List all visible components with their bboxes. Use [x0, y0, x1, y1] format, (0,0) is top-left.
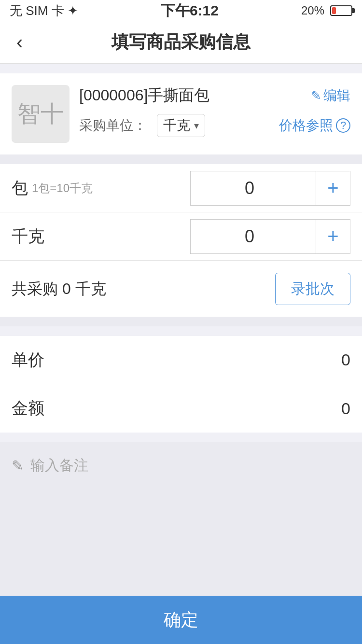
confirm-button[interactable]: 确定 — [0, 596, 362, 644]
product-logo: 智十 — [17, 98, 64, 129]
quantity-label-bag: 包 — [12, 177, 28, 199]
quantity-row-kg: 千克 + — [0, 212, 362, 261]
plus-button-bag[interactable]: + — [316, 171, 350, 206]
quantity-label-kg: 千克 — [12, 225, 44, 248]
nav-bar: ‹ 填写商品采购信息 — [0, 21, 362, 64]
plus-button-kg[interactable]: + — [316, 219, 350, 254]
summary-row: 共采购 0 千克 录批次 — [0, 261, 362, 317]
battery-icon — [330, 5, 352, 16]
page-title: 填写商品采购信息 — [111, 30, 251, 54]
unit-select-wrap: 采购单位： 千克 ▾ — [79, 114, 205, 137]
unit-price-value: 0 — [341, 350, 350, 369]
product-name-row: [0000006]手撕面包 ✎ 编辑 — [79, 85, 350, 106]
amount-value: 0 — [341, 399, 350, 418]
edit-button[interactable]: ✎ 编辑 — [311, 86, 350, 105]
record-batch-button[interactable]: 录批次 — [275, 273, 350, 305]
product-name: [0000006]手撕面包 — [79, 85, 209, 106]
product-card: 智十 [0000006]手撕面包 ✎ 编辑 采购单位： 千克 ▾ 价格参照 ? — [0, 73, 362, 154]
unit-row: 采购单位： 千克 ▾ 价格参照 ? — [79, 114, 350, 137]
product-info: [0000006]手撕面包 ✎ 编辑 采购单位： 千克 ▾ 价格参照 ? — [79, 85, 350, 137]
notes-section[interactable]: ✎ 输入备注 — [0, 442, 362, 489]
quantity-input-bag[interactable] — [190, 171, 316, 206]
unit-value: 千克 — [163, 116, 190, 135]
status-carrier: 无 SIM 卡 ✦ — [10, 2, 78, 19]
section-divider — [0, 154, 362, 164]
chevron-down-icon: ▾ — [194, 120, 199, 131]
product-image: 智十 — [12, 85, 70, 143]
section-divider-2 — [0, 317, 362, 326]
unit-price-label: 单价 — [12, 349, 44, 371]
price-row-unit: 单价 0 — [0, 336, 362, 384]
status-bar: 无 SIM 卡 ✦ 下午6:12 20% — [0, 0, 362, 21]
quantity-section: 包 1包=10千克 + 千克 + — [0, 164, 362, 261]
status-time: 下午6:12 — [161, 1, 219, 21]
notes-placeholder: 输入备注 — [30, 456, 88, 476]
quantity-row-bag: 包 1包=10千克 + — [0, 164, 362, 212]
summary-text: 共采购 0 千克 — [12, 279, 106, 300]
amount-label: 金额 — [12, 397, 44, 420]
pencil-icon: ✎ — [12, 457, 24, 474]
price-section: 单价 0 金额 0 — [0, 336, 362, 433]
unit-select[interactable]: 千克 ▾ — [157, 114, 205, 137]
status-right: 20% — [301, 4, 352, 17]
quantity-sublabel-bag: 1包=10千克 — [32, 181, 93, 196]
price-ref-button[interactable]: 价格参照 ? — [279, 116, 350, 135]
unit-label: 采购单位： — [79, 118, 147, 133]
battery-percent: 20% — [301, 4, 324, 17]
price-row-amount: 金额 0 — [0, 384, 362, 433]
back-button[interactable]: ‹ — [12, 27, 28, 58]
help-icon[interactable]: ? — [336, 118, 350, 133]
edit-icon: ✎ — [311, 88, 321, 103]
quantity-input-kg[interactable] — [190, 219, 316, 254]
quantity-input-wrap-bag: + — [190, 171, 350, 206]
quantity-input-wrap-kg: + — [190, 219, 350, 254]
